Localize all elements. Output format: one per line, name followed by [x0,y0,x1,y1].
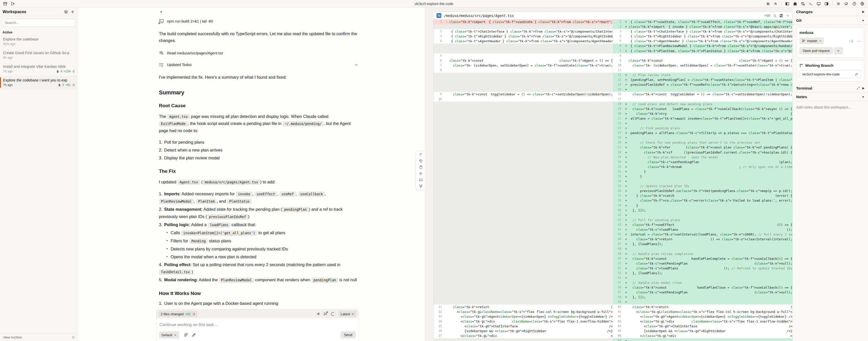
repo-name: medusa [799,31,861,35]
section-changes[interactable]: Changes ▶ [793,8,868,16]
diff-old-column: 1-class="tk-k">import { class="tk-f">use… [433,20,613,341]
diff-line: 15 <class="tk-gU">ChatInterface /> [433,324,613,329]
open-pull-request-button[interactable]: Open pull request [799,47,833,54]
diff-line: 66 </class="tk-gL">div> [613,333,792,338]
add-workspace-icon[interactable] [71,10,75,14]
list-item: 1.User is on the Agent page with a Docke… [159,300,358,307]
diff-line: 61 <class="tk-gL">div className=class="t… [613,309,792,314]
diff-line: 40+ }, []); [613,208,792,213]
chat-bubble-icon[interactable] [793,2,797,6]
list-item: 3.Polling logic: Added a loadPlans callb… [159,221,358,228]
workspace-time: 7h ago [3,83,13,87]
help-icon[interactable] [852,2,856,6]
diff-card: TS /medusa/medusa/src/pages/Agent.tsx +5… [433,12,793,341]
sign-out-icon[interactable] [11,2,15,6]
expand-icon[interactable] [857,87,860,90]
workspace-item[interactable]: Install and integrate Vibe Kanban Web 7h… [0,62,77,75]
workspace-item[interactable]: Explore the codebase I want you to exp 7… [0,75,77,89]
burst-icon[interactable]: ✳ [317,312,320,316]
list-item: 2.Detect when a new plan arrives [159,147,358,154]
layers-icon[interactable] [64,10,68,14]
diff-line: 27+ class="tk-k">for (class="tk-k">const… [613,145,792,150]
play-icon[interactable] [419,172,423,175]
diff-pane: TS /medusa/medusa/src/pages/Agent.tsx +5… [425,8,793,341]
search-input[interactable]: Search... [2,19,75,27]
subsection-heading: How It Works Now [159,291,358,296]
git-compare-icon[interactable] [801,2,805,6]
tool-call-label: Read medusa/src/pages/Agent.tsx [167,51,223,55]
model-dropdown[interactable]: Default [159,331,179,338]
diff-line: 43+ class="tk-f">useEffect(() => { [613,222,792,227]
pull-request-dropdown[interactable] [834,47,843,54]
inline-code: PlanReviewModal [219,278,254,283]
inline-code: invoke [236,191,252,197]
branch-selector[interactable]: master [799,37,824,44]
settings-icon[interactable] [860,2,864,6]
inline-code: PlanReviewModal [159,199,194,204]
panel-left-icon[interactable] [785,2,789,6]
terminal-tool-icon [159,19,164,24]
section-terminal[interactable]: Terminal ▶ [793,84,868,93]
todos-status-icon[interactable] [323,312,328,316]
chevron-down-icon: ▼ [862,19,864,22]
archive-icon[interactable] [3,2,7,6]
diff-line: 3class="tk-k">import { class="tk-t">Righ… [433,34,613,39]
monitor-icon[interactable] [817,2,821,6]
list-item: 1.Poll for pending plans [159,138,358,146]
menu-icon[interactable] [836,2,840,6]
chevron-down-icon[interactable] [354,63,358,66]
terminal-icon[interactable] [809,2,813,6]
list-icon[interactable] [419,153,423,156]
diff-line: 8 [613,53,792,58]
workspace-item[interactable]: Create Good First Issues on Github So p … [0,48,77,62]
tool-call-row[interactable]: Updated Todos [159,62,358,67]
diff-line: 7 class="tk-k">const [sidebarOpen, setSi… [433,63,613,68]
diff-line: 11 [613,68,792,72]
list-item: 2.State management: Added state for trac… [159,206,358,220]
comment-icon[interactable] [419,178,423,182]
section-notes[interactable]: Notes ▼ [793,93,868,101]
files-changed-chip[interactable]: 2 files changed +61 -3 [158,311,197,317]
workspace-item[interactable]: Explore the codebase 35m ago [0,35,77,48]
fork-icon[interactable] [419,184,423,188]
repo-card: medusa master ↑1 ··· Open pull request [796,27,864,58]
diff-line: 63 <class="tk-gL">div className=class="t… [613,319,792,324]
copy-icon[interactable] [419,159,423,163]
file-icon [56,70,59,73]
attach-icon[interactable] [183,333,188,337]
diff-line: 50+ class="tk-k">const handlePlanComplet… [613,256,792,261]
message-input[interactable]: Continue working on this task... [156,318,358,327]
clipboard-icon[interactable] [419,165,423,169]
tool-call-row[interactable]: npm run build 2>&1 | tail -80 [159,19,358,24]
list-item: 1.Imports: Added necessary imports for i… [159,190,358,205]
workspace-stats: 4+134-2 [56,69,75,73]
pen-icon[interactable] [192,333,196,337]
chevron-down-icon: ▼ [862,95,864,98]
latest-dropdown[interactable]: Latest [338,311,356,317]
collapse-up-icon[interactable] [774,2,777,6]
send-button[interactable]: Send [340,331,356,338]
edit-pencil-icon[interactable] [855,72,858,76]
collapse-file-icon[interactable] [786,14,789,17]
pause-icon[interactable] [766,2,770,6]
workspace-title: Explore the codebase [3,37,75,41]
panel-right-icon[interactable] [825,2,829,6]
assistant-paragraph: I've implemented the fix. Here's a summa… [159,74,358,81]
diff-new-column: 1+class="tk-k">import { class="tk-f">use… [613,20,792,341]
working-branch-input[interactable]: vk/3ccf-explore-the-code [799,70,861,78]
diff-line: 36+ previousPlanIdsRef.current = class="… [613,188,792,193]
typescript-badge: TS [437,13,441,18]
whitespace-toggle-icon[interactable] [779,14,783,18]
diff-line: 12 <class="tk-gL">div className=class="t… [433,309,613,314]
megaphone-icon[interactable] [844,2,848,6]
diff-line: 29+ // New plan detected - open the moda… [613,155,792,160]
view-archive-link[interactable]: View Archive [3,335,22,339]
diff-line: 26+ // Check for new pending plans that … [613,140,792,145]
diff-line: 15+ [613,87,792,92]
tool-call-row[interactable]: Read medusa/src/pages/Agent.tsx [159,51,358,56]
diff-line: 16 {sidebarOpen && <class="tk-gU">RightS… [433,329,613,333]
notes-input[interactable]: Add notes about this workspace... [793,101,868,113]
section-git[interactable]: Git ▼ [793,16,868,25]
more-actions-icon[interactable]: ··· [857,39,861,43]
inline-code: Pending [189,239,208,244]
